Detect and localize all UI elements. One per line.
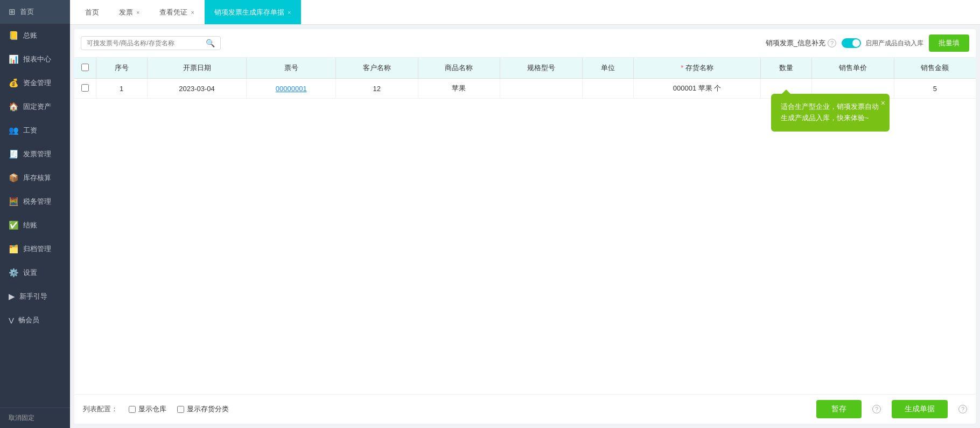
sidebar-label-reports: 报表中心	[23, 54, 51, 64]
td-number-link[interactable]: 00000001	[276, 85, 307, 93]
toggle-wrap: 启用产成品自动入库	[842, 38, 923, 48]
sidebar-label-closing: 结账	[23, 220, 37, 230]
sidebar-label-settings: 设置	[23, 268, 37, 278]
sidebar-label-inventory: 库存核算	[23, 173, 51, 183]
reports-icon: 📊	[9, 54, 19, 64]
sidebar-label-salary: 工资	[23, 126, 37, 135]
th-unit: 单位	[583, 58, 634, 79]
sidebar-item-reports[interactable]: 📊 报表中心	[0, 47, 70, 71]
sidebar-item-guide[interactable]: ▶ 新手引导	[0, 285, 70, 308]
auto-warehouse-toggle[interactable]	[842, 38, 861, 48]
sidebar-label-ledger: 总账	[23, 31, 37, 40]
td-amount: 5	[894, 79, 976, 99]
td-seq: 1	[96, 79, 147, 99]
th-count: 数量	[761, 58, 812, 79]
sidebar-item-inventory[interactable]: 📦 库存核算	[0, 166, 70, 190]
sidebar-item-member[interactable]: V 畅会员	[0, 308, 70, 332]
th-price: 销售单价	[812, 58, 894, 79]
save-help-icon[interactable]: ?	[872, 405, 881, 413]
th-inventory: * 存货名称	[634, 58, 761, 79]
th-amount: 销售金额	[894, 58, 976, 79]
tab-stock-label: 销项发票生成库存单据	[214, 8, 284, 17]
ledger-icon: 📒	[9, 31, 19, 40]
select-all-checkbox[interactable]	[81, 64, 89, 71]
sidebar-item-tax[interactable]: 🧮 税务管理	[0, 190, 70, 213]
show-warehouse-label[interactable]: 显示仓库	[129, 404, 166, 414]
tooltip-text: 适合生产型企业，销项发票自动生成产成品入库，快来体验~	[781, 102, 879, 122]
inventory-icon: 📦	[9, 173, 19, 183]
td-spec	[500, 79, 583, 99]
search-icon: 🔍	[206, 39, 215, 47]
sidebar-item-settings[interactable]: ⚙️ 设置	[0, 261, 70, 285]
content-area: 🔍 销项发票_信息补充 ? 启用产成品自动入库 批量填	[74, 29, 976, 424]
sidebar-cancel-fixed[interactable]: 取消固定	[0, 408, 70, 428]
guide-icon: ▶	[9, 292, 15, 301]
sidebar-item-archive[interactable]: 🗂️ 归档管理	[0, 237, 70, 261]
sidebar-label-assets: 固定资产	[23, 102, 51, 112]
info-label-text: 销项发票_信息补充	[766, 38, 825, 48]
bottom-bar: 列表配置： 显示仓库 显示存货分类 暂存 ? 生成单据 ?	[74, 394, 976, 424]
td-inventory: 000001 苹果 个	[634, 79, 761, 99]
tab-stock-close[interactable]: ×	[288, 9, 291, 16]
data-table: 序号 开票日期 票号 客户名称 商品名称 规格型号 单位 * 存货名称 数量 销…	[74, 58, 976, 99]
cancel-fixed-label: 取消固定	[9, 414, 34, 422]
search-input[interactable]	[87, 39, 206, 47]
invoice-icon: 🧾	[9, 149, 19, 159]
sidebar-item-invoice[interactable]: 🧾 发票管理	[0, 142, 70, 166]
batch-fill-button[interactable]: 批量填	[929, 34, 969, 52]
tab-invoice-label: 发票	[119, 8, 133, 17]
sidebar-label-tax: 税务管理	[23, 197, 51, 206]
tab-invoice-close[interactable]: ×	[136, 9, 139, 16]
show-warehouse-checkbox[interactable]	[129, 406, 136, 413]
tab-invoice[interactable]: 发票 ×	[109, 0, 150, 24]
show-category-checkbox[interactable]	[177, 406, 184, 413]
archive-icon: 🗂️	[9, 244, 19, 254]
sidebar-item-closing[interactable]: ✅ 结账	[0, 213, 70, 237]
funds-icon: 💰	[9, 78, 19, 88]
tooltip-popup: × 适合生产型企业，销项发票自动生成产成品入库，快来体验~	[771, 94, 890, 132]
tab-home[interactable]: 首页	[75, 0, 109, 24]
info-help-icon[interactable]: ?	[828, 39, 836, 47]
sidebar-item-assets[interactable]: 🏠 固定资产	[0, 95, 70, 119]
generate-button[interactable]: 生成单据	[892, 400, 948, 418]
td-date: 2023-03-04	[147, 79, 247, 99]
show-warehouse-text: 显示仓库	[138, 404, 166, 414]
table-header-row: 序号 开票日期 票号 客户名称 商品名称 规格型号 单位 * 存货名称 数量 销…	[74, 58, 976, 79]
sidebar-item-funds[interactable]: 💰 资金管理	[0, 71, 70, 95]
sidebar-label-guide: 新手引导	[19, 292, 47, 301]
closing-icon: ✅	[9, 220, 19, 230]
member-icon: V	[9, 316, 14, 325]
tab-voucher[interactable]: 查看凭证 ×	[150, 0, 204, 24]
list-config-label: 列表配置：	[83, 404, 118, 414]
toggle-label: 启用产成品自动入库	[865, 39, 923, 48]
sidebar-item-salary[interactable]: 👥 工资	[0, 119, 70, 142]
th-date: 开票日期	[147, 58, 247, 79]
tooltip-close-button[interactable]: ×	[881, 97, 885, 109]
assets-icon: 🏠	[9, 102, 19, 112]
th-spec: 规格型号	[500, 58, 583, 79]
row-checkbox[interactable]	[81, 84, 89, 92]
search-box[interactable]: 🔍	[81, 36, 221, 50]
settings-icon: ⚙️	[9, 268, 19, 278]
tab-stock-form[interactable]: 销项发票生成库存单据 ×	[205, 0, 301, 24]
td-number: 00000001	[247, 79, 336, 99]
sidebar-label-home: 首页	[20, 7, 34, 17]
td-customer: 12	[335, 79, 418, 99]
sidebar-label-invoice: 发票管理	[23, 149, 51, 159]
salary-icon: 👥	[9, 126, 19, 135]
tab-voucher-close[interactable]: ×	[191, 9, 194, 16]
tab-voucher-label: 查看凭证	[159, 8, 187, 17]
save-button[interactable]: 暂存	[816, 400, 862, 418]
sidebar: ⊞ 首页 📒 总账 📊 报表中心 💰 资金管理 🏠 固定资产 👥 工资 🧾 发票…	[0, 0, 70, 428]
th-number: 票号	[247, 58, 336, 79]
sidebar-item-ledger[interactable]: 📒 总账	[0, 24, 70, 47]
sidebar-item-home[interactable]: ⊞ 首页	[0, 0, 70, 24]
main-area: 首页 发票 × 查看凭证 × 销项发票生成库存单据 × 🔍 销项发票_信息补充 …	[70, 0, 980, 428]
home-icon: ⊞	[9, 7, 16, 17]
sidebar-label-archive: 归档管理	[23, 244, 51, 254]
show-category-label[interactable]: 显示存货分类	[177, 404, 229, 414]
tab-bar: 首页 发票 × 查看凭证 × 销项发票生成库存单据 ×	[70, 0, 980, 25]
sidebar-label-member: 畅会员	[18, 315, 39, 325]
generate-help-icon[interactable]: ?	[958, 405, 967, 413]
tax-icon: 🧮	[9, 197, 19, 206]
